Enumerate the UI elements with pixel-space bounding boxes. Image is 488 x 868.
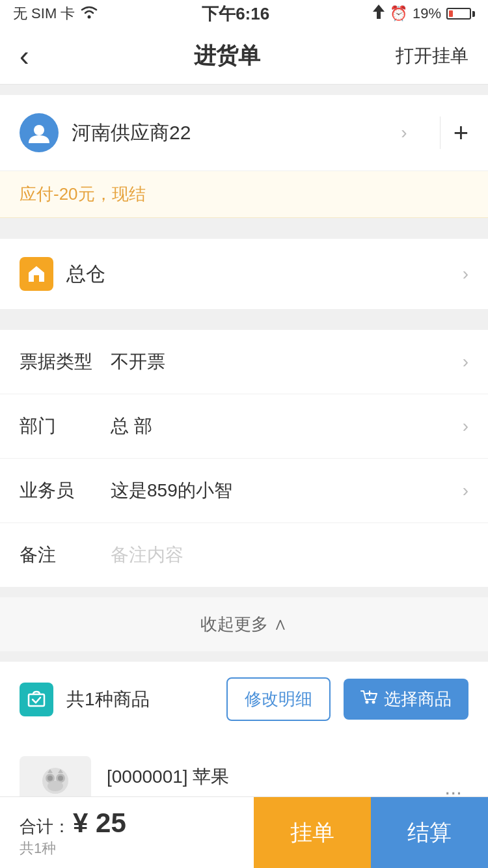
status-bar: 无 SIM 卡 下午6:16 ⏰ 19% bbox=[0, 0, 488, 27]
location-icon bbox=[373, 5, 385, 23]
svg-point-13 bbox=[47, 781, 63, 791]
warehouse-arrow-icon: › bbox=[463, 264, 468, 284]
page-title: 进货单 bbox=[194, 41, 260, 71]
department-label: 部门 bbox=[20, 414, 98, 439]
status-right: ⏰ 19% bbox=[373, 5, 475, 23]
product-name: [0000001] 苹果 bbox=[107, 765, 422, 789]
collapse-label: 收起更多 ∧ bbox=[200, 613, 287, 636]
select-products-label: 选择商品 bbox=[384, 688, 452, 711]
divider bbox=[440, 116, 441, 149]
total-section: 合计： ¥ 25 共1种 bbox=[0, 797, 254, 868]
time-display: 下午6:16 bbox=[202, 3, 269, 25]
total-label: 合计： bbox=[20, 815, 70, 838]
invoice-label: 票据类型 bbox=[20, 349, 98, 374]
back-button[interactable]: ‹ bbox=[20, 40, 59, 72]
battery-percent: 19% bbox=[413, 5, 441, 22]
products-count: 共1种商品 bbox=[66, 687, 213, 712]
salesperson-row[interactable]: 业务员 这是859的小智 › bbox=[0, 459, 488, 523]
svg-rect-2 bbox=[34, 275, 39, 282]
supplier-avatar bbox=[20, 113, 59, 152]
warehouse-name: 总仓 bbox=[66, 261, 463, 288]
products-header: 共1种商品 修改明细 选择商品 bbox=[0, 662, 488, 737]
department-row[interactable]: 部门 总 部 › bbox=[0, 394, 488, 459]
total-count: 共1种 bbox=[20, 839, 234, 858]
salesperson-value: 这是859的小智 bbox=[98, 478, 463, 503]
warehouse-row[interactable]: 总仓 › bbox=[0, 239, 488, 309]
department-arrow-icon: › bbox=[463, 416, 468, 437]
svg-point-4 bbox=[366, 701, 369, 704]
supplier-name: 河南供应商22 bbox=[72, 120, 401, 146]
svg-point-5 bbox=[372, 701, 375, 704]
carrier-label: 无 SIM 卡 bbox=[13, 4, 75, 23]
cart-icon bbox=[360, 689, 379, 709]
svg-point-1 bbox=[34, 125, 44, 135]
wifi-icon bbox=[80, 5, 98, 23]
remark-input[interactable]: 备注内容 bbox=[98, 543, 468, 567]
svg-rect-3 bbox=[29, 694, 44, 706]
checkout-button[interactable]: 结算 bbox=[371, 797, 488, 868]
invoice-row[interactable]: 票据类型 不开票 › bbox=[0, 330, 488, 394]
product-code: [0000001] bbox=[107, 766, 193, 787]
open-hang-button[interactable]: 打开挂单 bbox=[396, 44, 468, 68]
salesperson-arrow-icon: › bbox=[463, 480, 468, 501]
warehouse-section: 总仓 › bbox=[0, 239, 488, 309]
notice-banner: 应付-20元，现结 bbox=[0, 171, 488, 218]
svg-point-12 bbox=[58, 776, 63, 781]
salesperson-label: 业务员 bbox=[20, 478, 98, 503]
bottom-bar: 合计： ¥ 25 共1种 挂单 结算 bbox=[0, 796, 488, 868]
select-products-button[interactable]: 选择商品 bbox=[344, 679, 468, 720]
svg-point-11 bbox=[47, 776, 53, 781]
invoice-value: 不开票 bbox=[98, 349, 463, 374]
add-supplier-button[interactable]: + bbox=[454, 118, 468, 148]
battery-icon bbox=[446, 8, 475, 20]
supplier-section: 河南供应商22 › + 应付-20元，现结 bbox=[0, 95, 488, 218]
warehouse-icon bbox=[20, 257, 53, 291]
form-section: 票据类型 不开票 › 部门 总 部 › 业务员 这是859的小智 › 备注 备注… bbox=[0, 330, 488, 587]
remark-row[interactable]: 备注 备注内容 bbox=[0, 523, 488, 587]
invoice-arrow-icon: › bbox=[463, 351, 468, 372]
alarm-icon: ⏰ bbox=[390, 5, 407, 22]
status-left: 无 SIM 卡 bbox=[13, 4, 98, 23]
remark-label: 备注 bbox=[20, 543, 98, 567]
product-title: 苹果 bbox=[193, 766, 229, 787]
collapse-button[interactable]: 收起更多 ∧ bbox=[0, 597, 488, 651]
supplier-arrow-icon: › bbox=[401, 122, 407, 143]
department-value: 总 部 bbox=[98, 414, 463, 439]
products-icon bbox=[20, 683, 53, 716]
svg-point-0 bbox=[88, 16, 91, 19]
supplier-row[interactable]: 河南供应商22 › + bbox=[0, 95, 488, 171]
total-amount: ¥ 25 bbox=[73, 807, 126, 839]
hang-button[interactable]: 挂单 bbox=[254, 797, 371, 868]
nav-bar: ‹ 进货单 打开挂单 bbox=[0, 27, 488, 85]
modify-detail-button[interactable]: 修改明细 bbox=[226, 677, 331, 721]
